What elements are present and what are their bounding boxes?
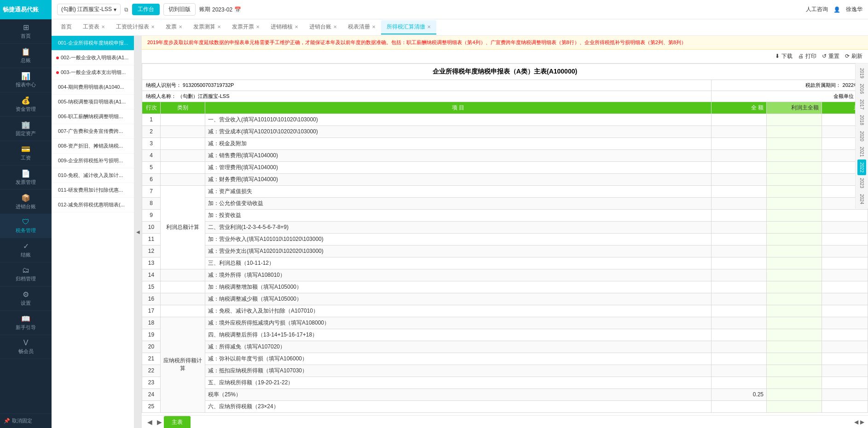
cell-lirun-6[interactable] [767, 173, 822, 185]
form-list-item-011[interactable]: 011-研发费用加计扣除优惠... [52, 183, 134, 198]
cell-quane-23[interactable] [712, 377, 767, 388]
tab-income_tax[interactable]: 所得税汇算清缴✕ [381, 20, 436, 34]
cell-lirun-11[interactable] [767, 233, 822, 245]
cell-lirun-5[interactable] [767, 161, 822, 173]
form-list-item-005[interactable]: 005-纳税调整项目明细表(A1... [52, 95, 134, 109]
year-item-2016[interactable]: 2016 [857, 81, 866, 97]
sidebar-item-ledger[interactable]: 📋总账 [0, 44, 52, 68]
year-item-2023[interactable]: 2023 [857, 175, 866, 191]
switch-old-button[interactable]: 切到旧版 [163, 3, 196, 16]
tab-close-income_tax[interactable]: ✕ [427, 24, 431, 29]
form-list-item-004[interactable]: 004-期间费用明细表(A1040... [52, 80, 134, 95]
year-item-2018[interactable]: 2018 [857, 112, 866, 128]
sidebar-item-settings[interactable]: ⚙设置 [0, 286, 52, 311]
print-button[interactable]: 🖨 打印 [798, 52, 816, 60]
cell-quane-21[interactable] [712, 353, 767, 365]
cell-chayi-16[interactable] [822, 293, 868, 305]
cell-chayi-14[interactable] [822, 269, 868, 281]
form-list-item-003[interactable]: 003-一般企业成本支出明细... [52, 65, 134, 80]
cell-quane-10[interactable] [712, 221, 767, 233]
tab-payroll[interactable]: 工资表✕ [77, 20, 110, 34]
tab-close-invoice_issue[interactable]: ✕ [256, 24, 260, 29]
cell-chayi-17[interactable] [822, 305, 868, 317]
cell-chayi-13[interactable] [822, 257, 868, 269]
cell-quane-9[interactable] [712, 209, 767, 221]
table-container[interactable]: 企业所得税年度纳税申报表（A类）主表(A100000) 纳税人识别号： 9132… [142, 63, 868, 416]
cell-lirun-2[interactable] [767, 126, 822, 137]
cell-chayi-20[interactable] [822, 341, 868, 353]
cell-quane-14[interactable] [712, 269, 767, 281]
tab-close-invoice[interactable]: ✕ [179, 24, 182, 29]
sidebar-item-report[interactable]: 📊报表中心 [0, 68, 52, 92]
cell-quane-5[interactable] [712, 161, 767, 173]
cell-lirun-23[interactable] [767, 377, 822, 388]
tab-tax_clearance[interactable]: 税表清册✕ [342, 20, 381, 34]
cell-quane-8[interactable] [712, 197, 767, 209]
sidebar-item-capital[interactable]: 💰资金管理 [0, 92, 52, 117]
form-list-item-007[interactable]: 007-广告费和业务宣传费跨... [52, 124, 134, 139]
tab-sales_ledger[interactable]: 进销台账✕ [304, 20, 342, 34]
cell-quane-25[interactable] [712, 400, 767, 412]
cell-lirun-19[interactable] [767, 329, 822, 341]
sidebar-item-assets[interactable]: 🏢固定资产 [0, 117, 52, 141]
calendar-icon[interactable]: 📅 [234, 6, 241, 13]
page-prev-btn[interactable]: ◀ [854, 419, 858, 425]
cell-lirun-7[interactable] [767, 185, 822, 197]
prev-page-arrow[interactable]: ◀ [145, 417, 154, 427]
cell-quane-12[interactable] [712, 245, 767, 257]
year-item-2022[interactable]: 2022 [857, 160, 866, 175]
tab-close-invoice_calc[interactable]: ✕ [217, 24, 221, 29]
cell-chayi-12[interactable] [822, 245, 868, 257]
cell-lirun-21[interactable] [767, 353, 822, 365]
cell-quane-17[interactable] [712, 305, 767, 317]
tab-close-payroll[interactable]: ✕ [101, 24, 105, 29]
next-page-arrow[interactable]: ▶ [155, 417, 164, 427]
cell-lirun-9[interactable] [767, 209, 822, 221]
cell-quane-22[interactable] [712, 365, 767, 377]
sidebar-item-sales[interactable]: 📦进销台账 [0, 190, 52, 214]
cell-quane-1[interactable] [712, 114, 767, 126]
cell-quane-19[interactable] [712, 329, 767, 341]
cell-lirun-14[interactable] [767, 269, 822, 281]
tab-invoice[interactable]: 发票✕ [160, 20, 188, 34]
cell-chayi-19[interactable] [822, 329, 868, 341]
user-name[interactable]: 徐逸华 [846, 6, 862, 13]
tab-close-sales_verify[interactable]: ✕ [295, 24, 298, 29]
page-next-btn[interactable]: ▶ [860, 419, 864, 425]
sidebar-footer-btn[interactable]: 📌 取消固定 [0, 413, 52, 428]
cell-chayi-23[interactable] [822, 377, 868, 388]
cell-quane-11[interactable] [712, 233, 767, 245]
sidebar-item-archive[interactable]: 🗂归档管理 [0, 263, 52, 286]
cell-chayi-21[interactable] [822, 353, 868, 365]
cell-chayi-22[interactable] [822, 365, 868, 377]
cell-lirun-25[interactable] [767, 400, 822, 412]
cell-chayi-24[interactable] [822, 388, 868, 400]
form-list-item-008[interactable]: 008-资产折旧、摊销及纳税... [52, 139, 134, 154]
form-list-item-009[interactable]: 009-企业所得税抵补亏损明... [52, 154, 134, 168]
tab-close-sales_ledger[interactable]: ✕ [333, 24, 337, 29]
tab-invoice_issue[interactable]: 发票开票✕ [226, 20, 265, 34]
refresh-button[interactable]: ⟳ 刷新 [845, 52, 862, 60]
cell-quane-6[interactable] [712, 173, 767, 185]
year-item-2019[interactable]: 2019 [857, 65, 866, 81]
cell-lirun-10[interactable] [767, 221, 822, 233]
sidebar-item-payroll[interactable]: 💳工资 [0, 141, 52, 165]
collapse-panel-btn[interactable]: ◀ [134, 36, 142, 428]
cell-lirun-8[interactable] [767, 197, 822, 209]
cell-quane-15[interactable] [712, 281, 767, 293]
cell-lirun-20[interactable] [767, 341, 822, 353]
cell-chayi-25[interactable] [822, 400, 868, 412]
cell-chayi-9[interactable] [822, 209, 868, 221]
tab-sales_verify[interactable]: 进销稽核✕ [265, 20, 304, 34]
company-selector[interactable]: (勾删) 江西服宝-LSS ▾ [57, 4, 121, 15]
year-item-2024[interactable]: 2024 [857, 191, 866, 207]
cell-quane-16[interactable] [712, 293, 767, 305]
form-list-item-001[interactable]: 001-企业所得税年度纳税申报... [52, 36, 134, 51]
cell-lirun-16[interactable] [767, 293, 822, 305]
year-item-2021[interactable]: 2021 [857, 144, 866, 160]
cell-lirun-17[interactable] [767, 305, 822, 317]
cell-chayi-18[interactable] [822, 317, 868, 329]
form-list-item-010[interactable]: 010-免税、减计收入及加计... [52, 168, 134, 183]
tab-close-payroll_stats[interactable]: ✕ [151, 24, 155, 29]
work-area-button[interactable]: 工作台 [132, 4, 160, 15]
